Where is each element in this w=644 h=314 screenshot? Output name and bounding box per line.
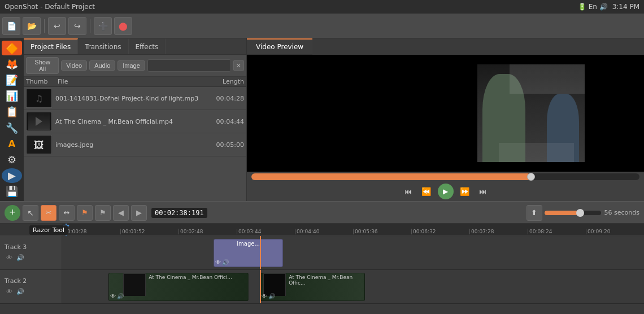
track-row-2: Track 2 👁 🔊 At The Cinema _ Mr.Bean Offi… bbox=[0, 270, 644, 304]
tab-effects[interactable]: Effects bbox=[129, 38, 166, 54]
track-2-content[interactable]: At The Cinema _ Mr.Bean Offici... 👁 🔊 At… bbox=[62, 270, 644, 303]
settings-icon[interactable]: ⚙ bbox=[2, 152, 22, 167]
preview-progress-bar[interactable] bbox=[251, 173, 639, 180]
magnet-tool-button[interactable]: ⚑ bbox=[77, 205, 93, 221]
clip-mrbean-2[interactable]: At The Cinema _ Mr.Bean Offic... 👁 🔊 bbox=[260, 273, 364, 301]
list-item[interactable]: 🖼 images.jpeg 00:05:00 bbox=[24, 133, 246, 156]
fast-forward-button[interactable]: ⏭ bbox=[476, 185, 490, 198]
track-2-visibility-button[interactable]: 👁 bbox=[5, 287, 14, 296]
playhead-arrow bbox=[63, 225, 69, 230]
list-item[interactable]: At The Cinema _ Mr.Bean Official.mp4 00:… bbox=[24, 110, 246, 133]
move-tool-button[interactable]: ↔ bbox=[59, 205, 75, 221]
progress-knob[interactable] bbox=[527, 173, 535, 181]
open-button[interactable]: 📂 bbox=[23, 17, 41, 35]
clip-text: At The Cinema _ Mr.Bean Offici... bbox=[146, 273, 234, 296]
file-length: 00:04:28 bbox=[210, 95, 244, 102]
add-track-button[interactable]: + bbox=[5, 205, 20, 221]
tab-transitions[interactable]: Transitions bbox=[78, 38, 128, 54]
system-tray: 🔋 En 🔊 bbox=[578, 3, 608, 11]
notes-icon[interactable]: 📝 bbox=[2, 72, 22, 87]
track-3-content[interactable]: image... 👁 🔊 bbox=[62, 236, 644, 269]
video-preview-tab[interactable]: Video Preview bbox=[247, 38, 312, 55]
ruler-mark: 00:06:32 bbox=[411, 229, 469, 234]
clip-icons: 👁 🔊 bbox=[215, 259, 229, 265]
filter-bar: Show All Video Audio Image ✕ bbox=[24, 55, 246, 77]
ruler-mark: 00:08:24 bbox=[528, 229, 586, 234]
razor-tool-button[interactable]: ✂ Razor Tool bbox=[41, 205, 56, 221]
clip-frame-1 bbox=[123, 273, 146, 296]
video-content bbox=[477, 64, 585, 163]
tools-icon[interactable]: 🔧 bbox=[2, 120, 22, 135]
clip-1-icons: 👁 🔊 bbox=[110, 293, 124, 299]
visibility-icon-2: 👁 bbox=[262, 293, 267, 299]
new-button[interactable]: 📄 bbox=[2, 17, 20, 35]
video-right-black bbox=[585, 55, 644, 172]
filter-audio[interactable]: Audio bbox=[89, 60, 115, 71]
rewind-to-start-button[interactable]: ⏮ bbox=[402, 185, 415, 198]
track-row-3: Track 3 👁 🔊 image... 👁 🔊 bbox=[0, 236, 644, 270]
tab-project-files[interactable]: Project Files bbox=[24, 38, 78, 54]
file-name: images.jpeg bbox=[55, 141, 210, 149]
ruler-mark: 00:00:28 bbox=[62, 229, 120, 234]
record-button[interactable]: ⬤ bbox=[114, 17, 132, 35]
ruler-mark: 00:02:48 bbox=[179, 229, 237, 234]
track-2-audio-button[interactable]: 🔊 bbox=[16, 287, 25, 296]
import-button[interactable]: ➕ bbox=[94, 17, 112, 35]
file-name: 001-1414831-Dofhei Project-Kind of light… bbox=[55, 95, 210, 102]
amazon-icon[interactable]: A bbox=[2, 136, 22, 151]
clip-2-icons: 👁 🔊 bbox=[262, 293, 275, 299]
redo-button[interactable]: ↪ bbox=[68, 17, 86, 35]
filter-show-all[interactable]: Show All bbox=[26, 57, 59, 74]
clip-mrbean-1[interactable]: At The Cinema _ Mr.Bean Offici... 👁 🔊 bbox=[108, 273, 248, 301]
window-title: OpenShot - Default Project bbox=[5, 3, 95, 11]
spreadsheet-icon[interactable]: 📊 bbox=[2, 89, 22, 103]
titlebar: OpenShot - Default Project 🔋 En 🔊 3:14 P… bbox=[0, 0, 644, 14]
zoom-knob[interactable] bbox=[576, 209, 584, 217]
ubuntu-icon[interactable]: 🔶 bbox=[2, 41, 22, 55]
search-clear-button[interactable]: ✕ bbox=[233, 60, 244, 71]
main-toolbar: 📄 📂 ↩ ↪ ➕ ⬤ bbox=[0, 14, 644, 38]
left-panel-tabs: Project Files Transitions Effects bbox=[24, 38, 246, 55]
select-tool-button[interactable]: ↖ bbox=[23, 205, 38, 221]
track-3-visibility-button[interactable]: 👁 bbox=[5, 253, 14, 262]
ruler-spacer bbox=[0, 224, 62, 236]
file-list: 001-1414831-Dofhei Project-Kind of light… bbox=[24, 87, 246, 201]
track-3-audio-button[interactable]: 🔊 bbox=[16, 253, 25, 262]
tasks-icon[interactable]: 📋 bbox=[2, 104, 22, 119]
clip-2-frames: At The Cinema _ Mr.Bean Offic... bbox=[263, 273, 362, 296]
step-forward-button[interactable]: ⏩ bbox=[458, 185, 472, 198]
snap2-button[interactable]: ◀ bbox=[113, 205, 129, 221]
clock: 3:14 PM bbox=[612, 3, 639, 11]
clip-images[interactable]: image... 👁 🔊 bbox=[214, 239, 284, 267]
file-thumb-audio bbox=[26, 89, 52, 108]
media-player-icon[interactable]: ▶ bbox=[2, 168, 22, 183]
search-input[interactable] bbox=[147, 59, 231, 72]
snap1-button[interactable]: ⚑ bbox=[95, 205, 111, 221]
play-button[interactable]: ▶ bbox=[438, 184, 454, 199]
zoom-fill bbox=[545, 211, 578, 215]
firefox-icon[interactable]: 🦊 bbox=[2, 56, 22, 71]
transport-controls: ⏮ ⏪ ▶ ⏩ ⏭ bbox=[251, 184, 639, 199]
visibility-icon: 👁 bbox=[110, 293, 116, 299]
column-length: Length bbox=[210, 78, 244, 85]
column-file: File bbox=[58, 78, 210, 85]
video-frame bbox=[247, 55, 644, 172]
video-left-black bbox=[247, 55, 477, 172]
timeline-area: + ↖ ✂ Razor Tool ↔ ⚑ ⚑ ◀ ▶ 00:02:38:191 … bbox=[0, 201, 644, 314]
snap3-button[interactable]: ▶ bbox=[131, 205, 147, 221]
toolbar-separator-2 bbox=[90, 19, 90, 33]
progress-bar-fill bbox=[251, 173, 531, 180]
file-length: 00:04:44 bbox=[210, 118, 244, 125]
list-item[interactable]: 001-1414831-Dofhei Project-Kind of light… bbox=[24, 87, 246, 110]
undo-button[interactable]: ↩ bbox=[48, 17, 66, 35]
filter-video[interactable]: Video bbox=[61, 60, 87, 71]
step-back-button[interactable]: ⏪ bbox=[420, 185, 433, 198]
zoom-slider[interactable] bbox=[545, 211, 601, 215]
filter-image[interactable]: Image bbox=[118, 60, 145, 71]
track-3-name: Track 3 bbox=[5, 243, 57, 251]
storage-icon[interactable]: 💾 bbox=[2, 184, 22, 199]
export-button[interactable]: ⬆ bbox=[526, 205, 542, 221]
left-panel: Project Files Transitions Effects Show A… bbox=[24, 38, 247, 201]
playhead-line-track2 bbox=[260, 270, 261, 303]
video-overlay-top bbox=[510, 64, 585, 94]
